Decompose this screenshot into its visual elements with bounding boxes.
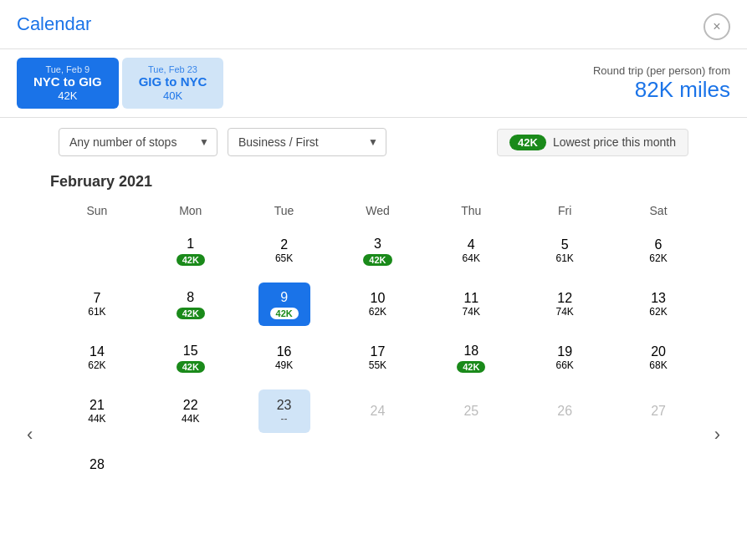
calendar-cell[interactable]: 464K — [424, 224, 518, 277]
day-cell[interactable]: 662K — [632, 229, 684, 272]
lowest-price-badge: 42K Lowest price this month — [497, 129, 688, 156]
cabin-select[interactable]: Business / First Economy Premium Economy — [228, 128, 386, 156]
day-cell[interactable]: 761K — [71, 283, 123, 326]
day-price-pill: 42K — [457, 361, 485, 373]
calendar-cell[interactable]: 27 — [611, 384, 705, 438]
day-cell: 27 — [632, 389, 684, 433]
calendar-cell[interactable]: 2244K — [144, 384, 238, 438]
weekday-header: Mon — [144, 201, 238, 224]
day-cell[interactable]: 142K — [165, 229, 217, 272]
day-price: 49K — [275, 359, 293, 371]
calendar-cell[interactable]: 24 — [331, 384, 425, 438]
day-cell[interactable]: 1755K — [351, 336, 403, 379]
day-cell: 24 — [351, 389, 403, 433]
day-cell[interactable]: 23-- — [258, 389, 310, 433]
return-date: Tue, Feb 23 — [139, 64, 207, 74]
calendar-cell[interactable]: 265K — [238, 224, 331, 277]
day-number: 25 — [463, 403, 478, 419]
day-cell[interactable]: 1842K — [445, 336, 497, 379]
calendar-cell[interactable]: 23-- — [238, 384, 331, 438]
calendar-cell[interactable]: 1362K — [611, 277, 705, 331]
day-cell[interactable]: 1966K — [539, 336, 591, 379]
day-price-pill: 42K — [177, 308, 205, 319]
summary-price: 82K miles — [593, 77, 730, 103]
calendar-cell[interactable]: 342K — [331, 224, 425, 277]
calendar-cell[interactable]: 1174K — [424, 277, 518, 331]
next-month-button[interactable]: › — [709, 419, 725, 451]
day-price-pill: 42K — [270, 308, 299, 319]
calendar-cell[interactable]: 26 — [518, 384, 611, 438]
day-number: 10 — [371, 290, 386, 306]
day-cell[interactable]: 2068K — [632, 336, 684, 379]
day-price: 62K — [369, 306, 386, 318]
calendar-cell[interactable]: 1274K — [518, 277, 611, 331]
day-cell[interactable]: 561K — [539, 229, 591, 272]
day-cell[interactable]: 2244K — [165, 389, 217, 433]
calendar-cell[interactable]: 1062K — [331, 277, 425, 331]
day-cell[interactable]: 1649K — [258, 336, 310, 379]
day-number: 24 — [371, 403, 386, 419]
day-cell[interactable]: 942K — [258, 283, 310, 326]
day-cell: 26 — [539, 389, 591, 433]
calendar-cell[interactable]: 1755K — [331, 331, 425, 384]
calendar-cell[interactable]: 1966K — [518, 331, 611, 384]
day-number: 21 — [90, 397, 105, 413]
day-cell[interactable]: 1174K — [445, 283, 497, 326]
trip-tabs-row: Tue, Feb 9 NYC to GIG 42K Tue, Feb 23 GI… — [0, 49, 747, 118]
day-cell[interactable]: 1362K — [632, 283, 684, 326]
calendar-cell — [50, 224, 144, 277]
calendar-week: 1462K1542K1649K1755K1842K1966K2068K — [50, 331, 705, 384]
calendar-cell[interactable]: 142K — [144, 224, 238, 277]
day-cell[interactable]: 842K — [165, 283, 217, 326]
calendar-cell[interactable]: 662K — [611, 224, 705, 277]
day-number: 28 — [90, 456, 105, 472]
weekday-header: Sat — [611, 201, 705, 224]
day-number: 1 — [187, 236, 194, 252]
day-cell[interactable]: 265K — [258, 229, 310, 272]
day-price: 61K — [555, 252, 573, 264]
day-cell[interactable]: 1542K — [165, 336, 217, 379]
tab-return[interactable]: Tue, Feb 23 GIG to NYC 40K — [122, 58, 224, 109]
prev-month-button[interactable]: ‹ — [22, 419, 38, 451]
calendar-cell[interactable]: 25 — [424, 384, 518, 438]
calendar-cell — [144, 438, 238, 491]
day-cell[interactable]: 1062K — [351, 283, 403, 326]
return-miles: 40K — [139, 89, 207, 102]
calendar-cell[interactable]: 28 — [50, 438, 144, 491]
page-title: Calendar — [17, 13, 91, 35]
calendar-cell[interactable]: 942K — [238, 277, 331, 331]
stops-select[interactable]: Any number of stops Nonstop only 1 stop … — [59, 128, 217, 156]
day-cell[interactable]: 1274K — [539, 283, 591, 326]
day-price: 64K — [463, 252, 480, 264]
day-price: 74K — [555, 306, 573, 318]
day-price: 66K — [555, 359, 573, 371]
calendar-cell[interactable]: 1542K — [144, 331, 238, 384]
day-cell[interactable]: 2144K — [71, 389, 123, 433]
calendar-cell — [611, 438, 705, 491]
day-price-pill: 42K — [177, 254, 205, 266]
day-price: 62K — [649, 306, 667, 318]
calendar-cell[interactable]: 761K — [50, 277, 144, 331]
calendar-cell[interactable]: 1649K — [238, 331, 331, 384]
day-number: 5 — [561, 237, 569, 252]
day-number: 11 — [463, 290, 478, 306]
calendar-cell[interactable]: 1842K — [424, 331, 518, 384]
day-price: 65K — [275, 252, 293, 264]
day-cell[interactable]: 464K — [445, 229, 497, 272]
return-route: GIG to NYC — [139, 74, 207, 89]
calendar-cell[interactable]: 1462K — [50, 331, 144, 384]
calendar-cell[interactable]: 2068K — [611, 331, 705, 384]
day-cell[interactable]: 342K — [351, 229, 403, 272]
calendar-cell[interactable]: 842K — [144, 277, 238, 331]
tab-outbound[interactable]: Tue, Feb 9 NYC to GIG 42K — [17, 58, 119, 109]
day-cell[interactable]: 28 — [71, 443, 123, 486]
calendar-cell[interactable]: 561K — [518, 224, 611, 277]
day-price: 62K — [88, 359, 105, 371]
day-price: 68K — [649, 359, 667, 371]
close-button[interactable]: × — [704, 13, 730, 40]
day-cell[interactable]: 1462K — [71, 336, 123, 379]
day-price: -- — [281, 413, 288, 425]
day-number: 12 — [557, 290, 572, 306]
day-price: 62K — [649, 252, 667, 264]
calendar-cell[interactable]: 2144K — [50, 384, 144, 438]
